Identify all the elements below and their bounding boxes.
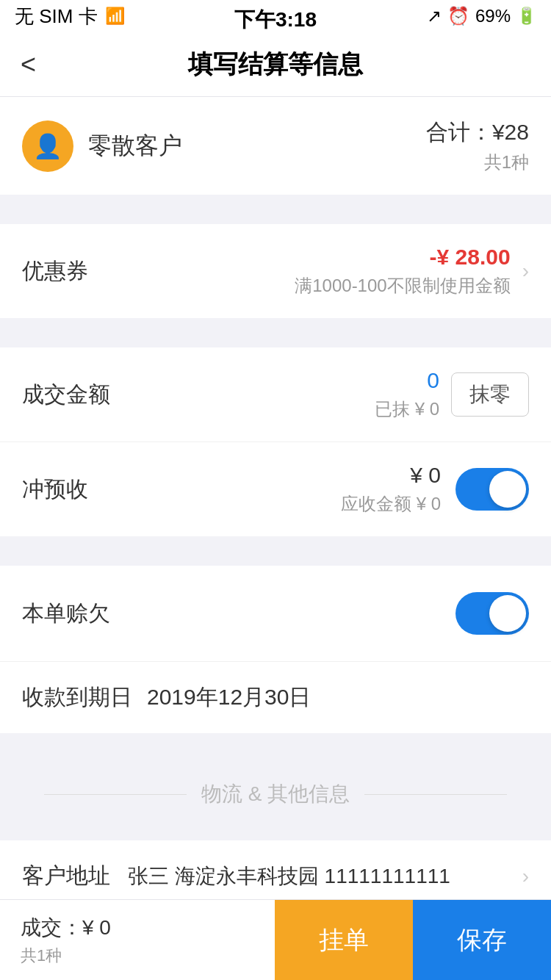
divider-5 [0,826,551,840]
divider-3 [0,551,551,566]
prepay-amount: ¥ 0 [341,463,441,488]
transaction-row: 成交金额 0 已抹 ¥ 0 抹零 [0,347,551,442]
status-time: 下午3:18 [234,6,317,34]
coupon-amount: -¥ 28.00 满1000-100不限制使用金额 [295,245,510,298]
debt-toggle-knob [489,595,526,632]
logistics-divider: 物流 & 其他信息 [0,763,551,826]
divider-2 [0,333,551,347]
nav-bar: < 填写结算等信息 [0,32,551,97]
customer-count: 共1种 [426,151,529,174]
transaction-value: 0 [375,368,439,393]
bottom-transaction-label: 成交： [21,916,82,939]
coupon-row[interactable]: 优惠券 -¥ 28.00 满1000-100不限制使用金额 › [0,224,551,318]
transaction-section: 成交金额 0 已抹 ¥ 0 抹零 冲预收 ¥ 0 应收金额 ¥ 0 [0,347,551,536]
battery-icon: 🔋 [516,7,536,26]
status-right: ↗ ⏰ 69% 🔋 [427,6,536,26]
bottom-count: 共1种 [21,945,254,967]
due-date-label: 收款到期日 [22,682,132,713]
save-button[interactable]: 保存 [413,900,551,980]
nav-title: 填写结算等信息 [188,48,363,82]
avatar: 👤 [22,120,73,172]
pending-button[interactable]: 挂单 [275,900,413,980]
avatar-icon: 👤 [33,132,62,160]
address-value: 张三 海淀永丰科技园 11111111111 [128,862,522,890]
divider-1 [0,209,551,224]
coupon-label: 优惠券 [22,256,88,287]
carrier-text: 无 SIM 卡 [15,4,98,29]
wifi-icon: 📶 [105,7,125,26]
prepay-right: ¥ 0 应收金额 ¥ 0 [341,463,529,516]
transaction-subtext: 已抹 ¥ 0 [375,397,439,421]
logistics-label: 物流 & 其他信息 [187,780,364,808]
debt-row: 本单赊欠 [0,566,551,661]
debt-label: 本单赊欠 [22,599,110,629]
bottom-transaction-amount: ¥ 0 [82,916,111,939]
prepay-row: 冲预收 ¥ 0 应收金额 ¥ 0 [0,442,551,536]
battery-level: 69% [475,6,511,26]
transaction-label: 成交金额 [22,380,110,410]
status-bar: 无 SIM 卡 📶 下午3:18 ↗ ⏰ 69% 🔋 [0,0,551,32]
coupon-desc: 满1000-100不限制使用金额 [295,274,510,298]
due-date-row: 收款到期日 2019年12月30日 [0,661,551,733]
customer-section: 👤 零散客户 合计：¥28 共1种 [0,97,551,195]
coupon-right: -¥ 28.00 满1000-100不限制使用金额 › [295,245,529,298]
debt-section: 本单赊欠 收款到期日 2019年12月30日 [0,566,551,733]
bottom-bar: 成交：¥ 0 共1种 挂单 保存 [0,899,551,980]
prepay-label: 冲预收 [22,475,88,505]
address-chevron-icon: › [522,865,529,888]
bottom-transaction: 成交：¥ 0 [21,914,254,942]
customer-right: 合计：¥28 共1种 [426,118,529,174]
alarm-icon: ⏰ [447,6,469,26]
customer-total: 合计：¥28 [426,118,529,148]
coupon-section: 优惠券 -¥ 28.00 满1000-100不限制使用金额 › [0,224,551,318]
prepay-toggle[interactable] [455,468,529,511]
status-left: 无 SIM 卡 📶 [15,4,125,29]
debt-toggle[interactable] [455,592,529,635]
toggle-knob [489,471,526,508]
transaction-amount-block: 0 已抹 ¥ 0 [375,368,439,421]
customer-row: 👤 零散客户 合计：¥28 共1种 [0,97,551,195]
transaction-right: 0 已抹 ¥ 0 抹零 [375,368,529,421]
customer-left: 👤 零散客户 [22,120,182,172]
coupon-discount: -¥ 28.00 [295,245,510,270]
address-label: 客户地址 [22,861,110,891]
location-icon: ↗ [427,6,442,26]
round-zero-button[interactable]: 抹零 [451,372,529,417]
prepay-receivable: 应收金额 ¥ 0 [341,492,441,516]
bottom-info: 成交：¥ 0 共1种 [0,900,275,980]
due-date-value: 2019年12月30日 [147,682,311,713]
customer-name: 零散客户 [88,130,182,162]
back-button[interactable]: < [21,49,36,80]
coupon-chevron-icon: › [522,259,529,283]
divider-4 [0,748,551,763]
prepay-values: ¥ 0 应收金额 ¥ 0 [341,463,441,516]
